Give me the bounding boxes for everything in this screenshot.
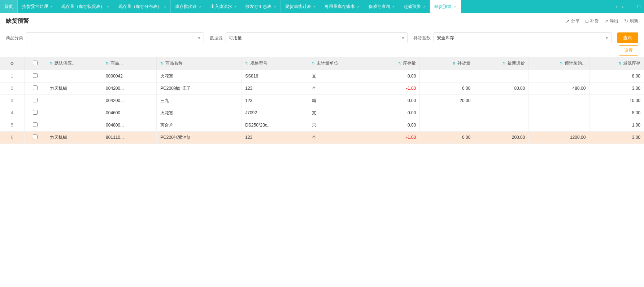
row-check-3[interactable] xyxy=(33,110,38,115)
refresh-button[interactable]: ↻ 刷新 xyxy=(624,18,638,24)
row-min-stock-4: 1.00 xyxy=(589,119,644,131)
row-name-0: 火花塞 xyxy=(157,70,242,82)
th-supplier-label: 默认供应... xyxy=(55,61,75,66)
settings-button[interactable]: 设置 xyxy=(619,45,638,56)
replenish-base-label: 补货基数 xyxy=(413,35,431,41)
page-title: 缺货预警 xyxy=(6,17,566,25)
tab-inventory-status-close[interactable]: × xyxy=(107,4,109,9)
datasource-filter-select[interactable]: 可用量 xyxy=(226,32,408,43)
select-all-checkbox[interactable] xyxy=(33,61,38,65)
th-stock[interactable]: ⇅ 库存量 xyxy=(365,57,420,70)
th-gear[interactable]: ⚙ xyxy=(0,57,24,70)
row-checkbox-5[interactable] xyxy=(24,131,46,144)
tab-abnormal-close[interactable]: × xyxy=(50,4,52,9)
row-check-0[interactable] xyxy=(33,73,38,78)
th-checkbox[interactable] xyxy=(24,57,46,70)
tab-batch-account-close[interactable]: × xyxy=(199,4,201,9)
row-checkbox-2[interactable] xyxy=(24,94,46,107)
tab-inout-flow[interactable]: 出入库流水 × xyxy=(206,0,241,13)
row-unit-0: 支 xyxy=(308,70,365,82)
query-button[interactable]: 查询 xyxy=(617,32,638,43)
th-replenish-label: 补货量 xyxy=(457,61,470,66)
tab-inout-flow-close[interactable]: × xyxy=(234,4,236,9)
replenish-base-select[interactable]: 安全库存 xyxy=(434,32,612,43)
row-replenish-1: 6.00 xyxy=(420,82,474,94)
tab-batch-account[interactable]: 库存批次账 × xyxy=(171,0,206,13)
row-replenish-3 xyxy=(420,107,474,119)
tab-receive-summary[interactable]: 收发存汇总表 × xyxy=(241,0,280,13)
share-button[interactable]: ↗ 分享 xyxy=(566,18,580,24)
sort-code-icon: ⇅ xyxy=(106,61,109,65)
row-name-1: PC200油缸庄子 xyxy=(157,82,242,94)
row-latest-price-2 xyxy=(474,94,529,107)
tab-available-ledger-close[interactable]: × xyxy=(357,4,359,9)
row-code-2: 004200... xyxy=(102,94,157,107)
th-name[interactable]: ⇅ 商品名称 xyxy=(157,57,242,70)
row-unit-1: 个 xyxy=(308,82,365,94)
th-unit[interactable]: ⇅ 主计量单位 xyxy=(308,57,365,70)
row-check-2[interactable] xyxy=(33,98,38,102)
tab-inout-flow-label: 出入库流水 xyxy=(210,4,232,10)
tab-overstock-close[interactable]: × xyxy=(423,4,425,9)
tab-home[interactable]: 首页 xyxy=(0,0,18,13)
replenish-label: 补货 xyxy=(590,18,599,24)
row-unit-5: 个 xyxy=(308,131,365,144)
th-est-purchase[interactable]: ⇅ 预计采购... xyxy=(529,57,589,70)
th-latest-price[interactable]: ⇅ 最新进价 xyxy=(474,57,529,70)
tab-next-btn[interactable]: › xyxy=(620,4,626,9)
tab-shortage-close[interactable]: × xyxy=(454,4,456,9)
row-spec-2: 123 xyxy=(242,94,308,107)
row-latest-price-3 xyxy=(474,107,529,119)
row-checkbox-4[interactable] xyxy=(24,119,46,131)
row-check-5[interactable] xyxy=(33,134,38,139)
tab-shortage[interactable]: 缺货预警 × xyxy=(430,0,461,13)
row-stock-1: -1.00 xyxy=(365,82,420,94)
export-button[interactable]: ↗ 导出 xyxy=(604,18,618,24)
share-label: 分享 xyxy=(571,18,580,24)
row-checkbox-0[interactable] xyxy=(24,70,46,82)
tab-prev-btn[interactable]: ‹ xyxy=(614,4,620,9)
sort-latest-price-icon: ⇅ xyxy=(503,61,506,65)
tab-receive-summary-close[interactable]: × xyxy=(274,4,276,9)
row-checkbox-3[interactable] xyxy=(24,107,46,119)
tab-available-ledger[interactable]: 可用量库存账本 × xyxy=(320,0,364,13)
row-est-purchase-5: 1200.00 xyxy=(529,131,589,144)
row-num-5: 6 xyxy=(0,131,24,144)
row-replenish-4 xyxy=(420,119,474,131)
refresh-icon: ↻ xyxy=(624,18,628,24)
tab-maximize-btn[interactable]: □ xyxy=(635,4,643,9)
tab-overstock[interactable]: 超储预警 × xyxy=(399,0,430,13)
th-min-stock[interactable]: ⇅ 最低库存 xyxy=(589,57,644,70)
row-latest-price-1: 80.00 xyxy=(474,82,529,94)
row-latest-price-0 xyxy=(474,70,529,82)
tab-expiry-query-close[interactable]: × xyxy=(392,4,395,9)
row-check-4[interactable] xyxy=(33,122,38,127)
row-latest-price-5: 200.00 xyxy=(474,131,529,144)
row-name-5: PC200张紧油缸 xyxy=(157,131,242,144)
tab-inventory-dist-close[interactable]: × xyxy=(164,4,166,9)
tab-minimize-btn[interactable]: — xyxy=(626,4,635,9)
tab-expiry-query[interactable]: 保质期查询 × xyxy=(364,0,399,13)
th-code[interactable]: ⇅ 商品... xyxy=(102,57,157,70)
table-row: 2 力天机械 004200... PC200油缸庄子 123 个 -1.00 6… xyxy=(0,82,644,94)
category-filter-select[interactable] xyxy=(26,32,204,43)
tab-inventory-status[interactable]: 现存量（库存状况表） × xyxy=(57,0,114,13)
row-est-purchase-3 xyxy=(529,107,589,119)
th-spec[interactable]: ⇅ 规格型号 xyxy=(242,57,308,70)
sort-spec-icon: ⇅ xyxy=(245,61,248,65)
tab-inventory-dist[interactable]: 现存量（库存分布表） × xyxy=(114,0,171,13)
tab-order-stat[interactable]: 要货单统计表 × xyxy=(281,0,320,13)
th-replenish[interactable]: ⇅ 补货量 xyxy=(420,57,474,70)
row-check-1[interactable] xyxy=(33,85,38,90)
row-checkbox-1[interactable] xyxy=(24,82,46,94)
tab-abnormal[interactable]: 拣货异常处理 × xyxy=(18,0,57,13)
tab-order-stat-close[interactable]: × xyxy=(313,4,316,9)
row-supplier-3 xyxy=(46,107,102,119)
replenish-button[interactable]: □ 补货 xyxy=(586,18,599,24)
th-supplier[interactable]: ⇅ 默认供应... xyxy=(46,57,102,70)
row-min-stock-0: 8.00 xyxy=(589,70,644,82)
tab-available-ledger-label: 可用量库存账本 xyxy=(325,4,355,10)
row-supplier-2 xyxy=(46,94,102,107)
row-stock-5: -1.00 xyxy=(365,131,420,144)
row-min-stock-3: 8.00 xyxy=(589,107,644,119)
